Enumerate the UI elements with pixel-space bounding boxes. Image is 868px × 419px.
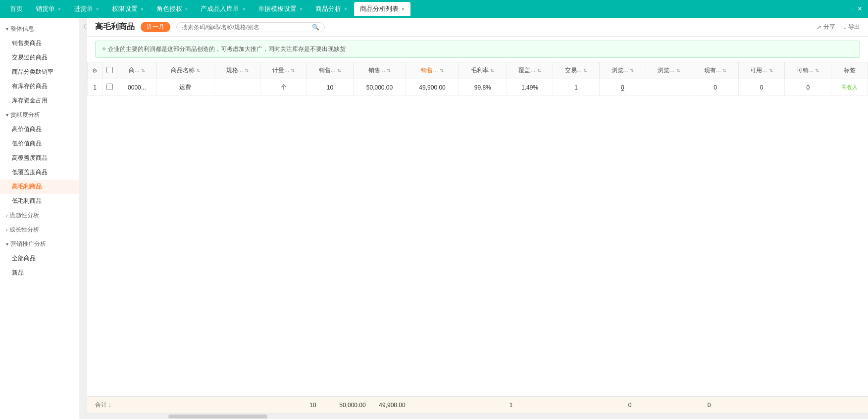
footer-sales-qty: 10 xyxy=(293,402,333,409)
sidebar-group-trend[interactable]: › 流趋性分析 xyxy=(0,208,79,223)
sidebar-item-low-coverage[interactable]: 低覆盖度商品 xyxy=(0,165,79,180)
nav-tab-analysis-list[interactable]: 商品分析列表 × xyxy=(354,2,410,16)
col-settings[interactable]: ⚙ xyxy=(88,62,102,79)
cell-stock-current: 0 xyxy=(692,79,739,96)
close-analysis-list-tab[interactable]: × xyxy=(402,6,405,12)
close-permissions-tab[interactable]: × xyxy=(141,6,144,12)
arrow-marketing: ▾ xyxy=(6,241,8,247)
sidebar-group-overall[interactable]: ▾ 整体信息 xyxy=(0,22,79,36)
sidebar-item-high-coverage[interactable]: 高覆盖度商品 xyxy=(0,151,79,165)
search-input[interactable] xyxy=(182,24,309,31)
footer-stock-saleable: 0 xyxy=(689,402,729,409)
cell-sales-qty: 10 xyxy=(307,79,354,96)
col-stock-current[interactable]: 现有... ⇅ xyxy=(692,62,739,79)
scrollbar-area[interactable] xyxy=(87,413,868,419)
col-unit[interactable]: 计量... ⇅ xyxy=(260,62,307,79)
cell-code[interactable]: 0000... xyxy=(117,79,157,96)
search-box[interactable]: 🔍 xyxy=(176,22,325,32)
sort-sales-profit-icon: ⇅ xyxy=(440,68,444,73)
sidebar-item-new-goods[interactable]: 新品 xyxy=(0,266,79,280)
sidebar-item-traded-goods[interactable]: 交易过的商品 xyxy=(0,50,79,65)
close-sales-tab[interactable]: × xyxy=(58,6,61,12)
content-header: 高毛利商品 近一月 🔍 ↗ 分享 ↓ 导出 xyxy=(87,18,868,37)
cell-sales-profit: 49,900.00 xyxy=(406,79,459,96)
col-coverage[interactable]: 覆盖... ⇅ xyxy=(507,62,553,79)
sort-name-icon: ⇅ xyxy=(196,68,200,73)
sort-stock-saleable-icon: ⇅ xyxy=(815,68,819,73)
nav-tab-analysis[interactable]: 商品分析 × xyxy=(309,2,353,16)
close-templates-tab[interactable]: × xyxy=(300,6,303,12)
nav-tab-home[interactable]: 首页 xyxy=(4,2,29,16)
col-views1[interactable]: 浏览... ⇅ xyxy=(599,62,646,79)
close-analysis-tab[interactable]: × xyxy=(344,6,347,12)
main-layout: ▾ 整体信息 销售类商品 交易过的商品 商品分类助销率 有库存的商品 库存资金占… xyxy=(0,18,868,419)
sidebar-group-growth[interactable]: › 成长性分析 xyxy=(0,223,79,237)
sidebar-item-in-stock[interactable]: 有库存的商品 xyxy=(0,79,79,93)
cell-views1[interactable]: 0 xyxy=(599,79,646,96)
col-sales-profit[interactable]: 销售... ⇅ xyxy=(406,62,459,79)
sort-trade-icon: ⇅ xyxy=(583,68,587,73)
col-sales-amt[interactable]: 销售... ⇅ xyxy=(353,62,406,79)
sort-views1-icon: ⇅ xyxy=(630,68,634,73)
footer-label: 合计： xyxy=(95,401,135,409)
sidebar-item-low-margin[interactable]: 低毛利商品 xyxy=(0,194,79,208)
sidebar-item-all-goods[interactable]: 全部商品 xyxy=(0,251,79,266)
nav-tab-roles[interactable]: 角色授权 × xyxy=(151,2,194,16)
filter-recent-month[interactable]: 近一月 xyxy=(141,22,170,32)
col-margin-rate[interactable]: 毛利率 ⇅ xyxy=(459,62,507,79)
cell-checkbox[interactable] xyxy=(102,79,117,96)
arrow-overall: ▾ xyxy=(6,26,8,32)
close-purchase-tab[interactable]: × xyxy=(96,6,99,12)
close-roles-tab[interactable]: × xyxy=(185,6,188,12)
arrow-growth: › xyxy=(6,227,7,233)
page-title: 高毛利商品 xyxy=(95,22,135,32)
nav-tab-permissions[interactable]: 权限设置 × xyxy=(106,2,150,16)
sort-views2-icon: ⇅ xyxy=(676,68,680,73)
footer-total: 合计： 10 50,000.00 49,900.00 1 0 0 xyxy=(87,396,868,413)
sort-spec-icon: ⇅ xyxy=(245,68,249,73)
sidebar-item-stock-capital[interactable]: 库存资金占用 xyxy=(0,93,79,108)
col-views2[interactable]: 浏览... ⇅ xyxy=(646,62,692,79)
col-code[interactable]: 商... ⇅ xyxy=(117,62,157,79)
col-name[interactable]: 商品名称 ⇅ xyxy=(156,62,214,79)
sidebar-item-high-margin[interactable]: 高毛利商品 xyxy=(0,180,79,194)
sidebar-item-high-value[interactable]: 高价值商品 xyxy=(0,122,79,137)
sidebar-collapse-button[interactable]: 《 xyxy=(79,18,87,419)
scrollbar-thumb[interactable] xyxy=(168,415,267,419)
sidebar-group-contribution[interactable]: ▾ 贡献度分析 xyxy=(0,108,79,122)
nav-tab-sales[interactable]: 销货单 × xyxy=(30,2,67,16)
sidebar-item-low-value[interactable]: 低价值商品 xyxy=(0,137,79,151)
col-stock-saleable[interactable]: 可销... ⇅ xyxy=(785,62,831,79)
nav-tab-purchase[interactable]: 进货单 × xyxy=(68,2,105,16)
search-icon[interactable]: 🔍 xyxy=(312,24,319,31)
cell-name[interactable]: 运费 xyxy=(156,79,214,96)
nav-tab-templates[interactable]: 单据模板设置 × xyxy=(252,2,308,16)
sidebar-item-sales-goods[interactable]: 销售类商品 xyxy=(0,36,79,50)
views1-link[interactable]: 0 xyxy=(621,84,624,91)
cell-sales-amt: 50,000.00 xyxy=(353,79,406,96)
share-button[interactable]: ↗ 分享 xyxy=(817,23,835,31)
footer-spacer8 xyxy=(570,402,610,409)
col-stock-available[interactable]: 可用... ⇅ xyxy=(738,62,785,79)
sidebar-group-marketing[interactable]: ▾ 营销推广分析 xyxy=(0,237,79,251)
close-all-tabs[interactable]: × xyxy=(858,4,862,13)
footer-cell-spacer2 xyxy=(174,402,214,409)
table-header-row: ⚙ 商... ⇅ 商品名称 ⇅ 规格... ⇅ 计量... ⇅ 销售... ⇅ … xyxy=(88,62,868,79)
sidebar-item-category-assist[interactable]: 商品分类助销率 xyxy=(0,65,79,79)
close-warehousing-tab[interactable]: × xyxy=(242,6,245,12)
col-sales-qty[interactable]: 销售... ⇅ xyxy=(307,62,354,79)
nav-tab-warehousing[interactable]: 产成品入库单 × xyxy=(195,2,251,16)
sort-sales-amt-icon: ⇅ xyxy=(387,68,391,73)
cell-stock-saleable: 0 xyxy=(785,79,831,96)
select-all-checkbox[interactable] xyxy=(106,67,113,73)
cell-views2 xyxy=(646,79,692,96)
footer-spacer9 xyxy=(650,402,689,409)
col-trade-days[interactable]: 交易... ⇅ xyxy=(553,62,600,79)
col-spec[interactable]: 规格... ⇅ xyxy=(214,62,260,79)
tag-label: 高收入 xyxy=(841,84,858,90)
row-checkbox[interactable] xyxy=(106,84,113,90)
col-checkbox[interactable] xyxy=(102,62,117,79)
cell-index: 1 xyxy=(88,79,102,96)
header-actions: ↗ 分享 ↓ 导出 xyxy=(817,23,860,31)
export-button[interactable]: ↓ 导出 xyxy=(843,23,860,31)
